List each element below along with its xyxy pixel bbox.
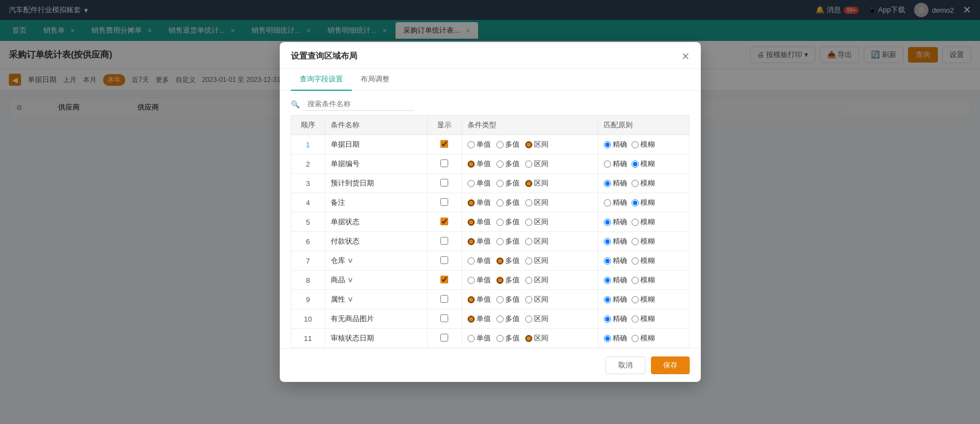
col-order: 顺序: [291, 116, 325, 124]
modal-title: 设置查询区域布局: [291, 51, 357, 61]
modal-tab-query-fields-label: 查询字段设置: [300, 75, 343, 83]
modal-tabs: 查询字段设置 布局调整: [280, 69, 701, 91]
modal-dialog: 设置查询区域布局 ✕ 查询字段设置 布局调整 🔍 顺序 条件名称: [280, 42, 701, 123]
modal-close-btn[interactable]: ✕: [681, 51, 690, 61]
modal-table: 顺序 条件名称 显示 条件类型 匹配原则 1单据日期单值多值区间精确模糊2单据编…: [291, 115, 690, 123]
col-condition-type: 条件类型: [461, 116, 598, 124]
col-match-rule: 匹配原则: [598, 116, 689, 124]
modal-overlay[interactable]: 设置查询区域布局 ✕ 查询字段设置 布局调整 🔍 顺序 条件名称: [0, 0, 980, 123]
modal-search-area: 🔍: [280, 91, 701, 115]
search-icon: 🔍: [291, 100, 300, 108]
table-header: 顺序 条件名称 显示 条件类型 匹配原则: [291, 116, 689, 124]
modal-header: 设置查询区域布局 ✕: [280, 42, 701, 69]
modal-tab-layout[interactable]: 布局调整: [352, 69, 398, 91]
col-condition-name: 条件名称: [325, 116, 428, 124]
modal-search-input[interactable]: [303, 97, 414, 111]
col-display: 显示: [428, 116, 462, 124]
modal-tab-layout-label: 布局调整: [361, 75, 389, 83]
modal-tab-query-fields[interactable]: 查询字段设置: [291, 69, 352, 91]
modal-table-wrap: 顺序 条件名称 显示 条件类型 匹配原则 1单据日期单值多值区间精确模糊2单据编…: [280, 115, 701, 123]
